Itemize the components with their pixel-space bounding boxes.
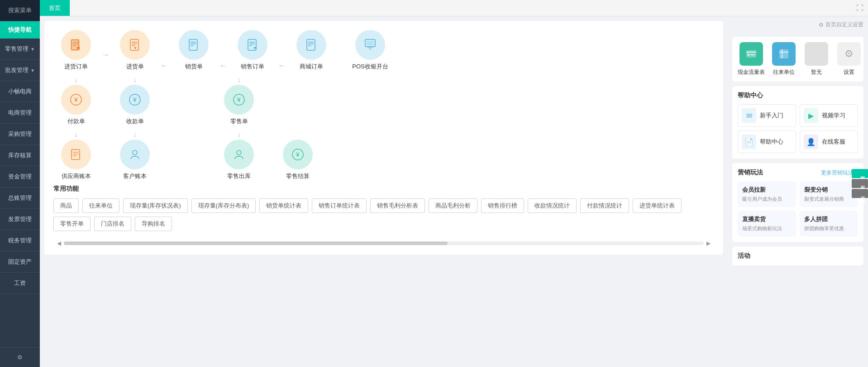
- flow-node-payment[interactable]: ¥ 付款单: [53, 85, 99, 126]
- sidebar-nav-label: 快捷导航: [0, 21, 40, 39]
- left-panel: 进货订单 →: [40, 16, 728, 367]
- float-btn-desktop[interactable]: 桌面快捷: [852, 189, 868, 198]
- down-arrow-6: ↓: [237, 130, 241, 139]
- beginner-icon: ✉: [742, 108, 756, 123]
- scroll-track[interactable]: [64, 241, 704, 245]
- func-btn-stock2[interactable]: 现存量(库存分布表): [191, 198, 256, 213]
- scroll-left-icon[interactable]: ◀: [57, 240, 61, 246]
- expand-icon[interactable]: ⛶: [852, 4, 868, 12]
- func-btn-sales-rank[interactable]: 销售排行榜: [481, 198, 524, 213]
- down-arrow-4: ↓: [74, 130, 78, 139]
- down-arrow-2: ↓: [133, 75, 137, 84]
- contacts-icon: [772, 42, 796, 66]
- quick-icon-cashflow[interactable]: 现金流量表: [738, 42, 765, 76]
- func-btn-guide-rank[interactable]: 导购排名: [135, 217, 172, 231]
- func-btn-contact[interactable]: 往来单位: [82, 198, 119, 213]
- arrow-icon: ▼: [30, 68, 35, 73]
- flow-node-supplier-account[interactable]: 供应商账本: [53, 140, 99, 180]
- sidebar-item-assets[interactable]: 固定资产: [0, 251, 40, 273]
- quick-icon-contacts[interactable]: 往来单位: [770, 42, 797, 76]
- scroll-right-icon[interactable]: ▶: [706, 240, 711, 246]
- svg-point-41: [748, 54, 749, 56]
- func-btn-stock1[interactable]: 现存量(库存状况表): [123, 198, 188, 213]
- sidebar-item-finance[interactable]: 资金管理: [0, 166, 40, 188]
- main: 首页 ⛶: [40, 0, 868, 367]
- svg-rect-0: [71, 39, 80, 51]
- flow-node-retail-settle[interactable]: ¥ 零售结算: [275, 140, 320, 180]
- flow-node-pos[interactable]: POS收银开台: [348, 30, 393, 71]
- float-btn-hotline[interactable]: 客服热线: [852, 169, 868, 178]
- none-icon: [805, 42, 828, 66]
- func-btn-retail-order[interactable]: 零售开单: [53, 217, 91, 231]
- sidebar-item-tax[interactable]: 税务管理: [0, 230, 40, 251]
- quick-icon-settings[interactable]: ⚙ 设置: [835, 42, 863, 76]
- svg-rect-22: [367, 41, 374, 45]
- sidebar-item-purchase[interactable]: 采购管理: [0, 124, 40, 145]
- func-btn-store-rank[interactable]: 门店排名: [94, 217, 131, 231]
- common-func-title: 常用功能: [53, 185, 714, 193]
- quick-icons-card: 现金流量表 往来单位: [732, 37, 863, 82]
- marketing-title: 营销玩法: [738, 169, 763, 177]
- func-btn-sales-stat[interactable]: 销货单统计表: [259, 198, 308, 213]
- flow-node-sales-order[interactable]: 销售订单: [230, 30, 275, 71]
- func-btn-product-profit[interactable]: 商品毛利分析: [429, 198, 477, 213]
- tab-home[interactable]: 首页: [40, 0, 70, 16]
- flow-node-retail[interactable]: ¥ 零售单: [216, 85, 262, 126]
- sidebar-item-invoice[interactable]: 发票管理: [0, 209, 40, 230]
- flow-node-mall-order[interactable]: 商城订单: [289, 30, 334, 71]
- marketing-item-member[interactable]: 会员拉新 吸引用户成为会员: [738, 181, 796, 207]
- service-icon: 👤: [804, 135, 818, 149]
- retail-icon: ¥: [224, 85, 254, 115]
- sidebar-settings[interactable]: ⚙: [0, 347, 40, 367]
- marketing-item-group[interactable]: 多人拼团 拼团购物享受优惠: [800, 211, 858, 237]
- sidebar-search[interactable]: 搜索菜单: [0, 0, 40, 21]
- svg-rect-39: [746, 50, 756, 58]
- func-buttons: 商品 往来单位 现存量(库存状况表) 现存量(库存分布表) 销货单统计表 销售订…: [53, 198, 714, 231]
- func-btn-sales-order-stat[interactable]: 销售订单统计表: [312, 198, 367, 213]
- sidebar-item-ecommerce[interactable]: 电商管理: [0, 102, 40, 124]
- func-btn-product[interactable]: 商品: [53, 198, 79, 213]
- settings-icon: ⚙: [837, 42, 861, 66]
- sidebar-item-wholesale[interactable]: 批发管理 ▼: [0, 60, 40, 81]
- marketing-header: 营销玩法 更多营销玩法 >: [738, 169, 858, 177]
- func-btn-purchase-stat[interactable]: 进货单统计表: [633, 198, 682, 213]
- help-item-beginner[interactable]: ✉ 新手入门: [738, 104, 796, 127]
- func-btn-payment-stat[interactable]: 付款情况统计: [580, 198, 629, 213]
- flow-node-customer-account[interactable]: 客户账本: [112, 140, 157, 180]
- marketing-item-live[interactable]: 直播卖货 场景式购物新玩法: [738, 211, 796, 237]
- payment-icon: ¥: [61, 85, 91, 115]
- retail-out-icon: [224, 140, 254, 169]
- svg-rect-43: [779, 49, 788, 58]
- svg-text:¥: ¥: [237, 96, 241, 103]
- svg-text:¥: ¥: [74, 96, 78, 103]
- sidebar-item-inventory[interactable]: 库存核算: [0, 145, 40, 166]
- sidebar-item-ecommerce-small[interactable]: 小畅电商: [0, 81, 40, 102]
- help-item-video[interactable]: ▶ 视频学习: [800, 104, 858, 127]
- flow-node-purchase[interactable]: 进货单: [112, 30, 157, 71]
- quick-icons-row: 现金流量表 往来单位: [738, 42, 858, 76]
- sidebar-item-ledger[interactable]: 总账管理: [0, 188, 40, 209]
- help-item-service[interactable]: 👤 在线客服: [800, 130, 858, 153]
- svg-rect-23: [367, 47, 373, 48]
- flow-node-purchase-order[interactable]: 进货订单: [53, 30, 99, 71]
- sales-icon: [179, 30, 209, 60]
- func-btn-profit-analysis[interactable]: 销售毛利分析表: [370, 198, 425, 213]
- func-btn-receipt-stat[interactable]: 收款情况统计: [528, 198, 577, 213]
- marketing-item-fission[interactable]: 裂变分销 裂变式发展分销商: [800, 181, 858, 207]
- mall-order-icon: [296, 30, 326, 60]
- flow-node-receipt[interactable]: ¥ 收款单: [112, 85, 157, 126]
- arrow-4: →: [275, 50, 289, 71]
- flow-node-sales[interactable]: 销货单: [171, 30, 216, 71]
- float-buttons: 客服热线 服务社区 桌面快捷: [852, 169, 868, 198]
- activity-card: 活动: [732, 246, 863, 266]
- sidebar-item-salary[interactable]: 工资: [0, 273, 40, 294]
- help-item-help[interactable]: 📄 帮助中心: [738, 130, 796, 153]
- customize-header[interactable]: ⚙ 首页自定义设置: [732, 21, 863, 29]
- svg-text:¥: ¥: [133, 96, 137, 103]
- purchase-order-icon: [61, 30, 91, 60]
- float-btn-community[interactable]: 服务社区: [852, 179, 868, 188]
- sidebar-item-retail[interactable]: 零售管理 ▼: [0, 39, 40, 60]
- svg-text:¥: ¥: [296, 151, 300, 158]
- quick-icon-none[interactable]: 暂无: [803, 42, 830, 76]
- flow-node-retail-out[interactable]: 零售出库: [216, 140, 262, 180]
